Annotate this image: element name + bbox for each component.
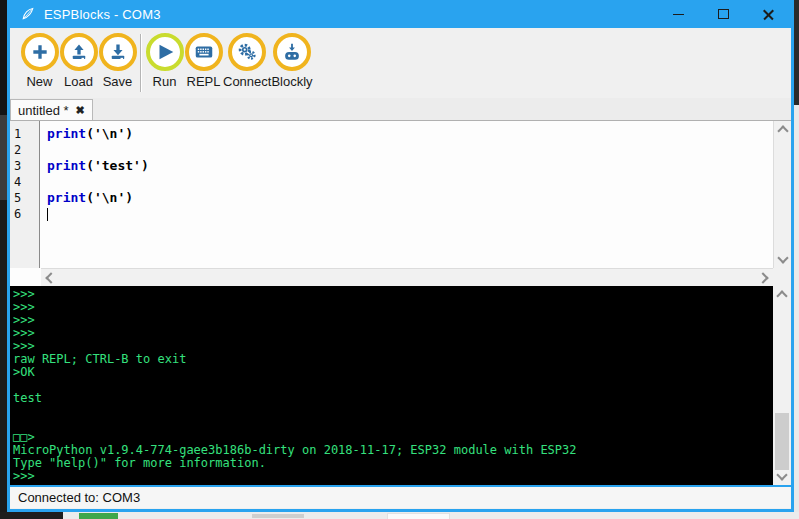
terminal-line: raw REPL; CTRL-B to exit [13,353,771,366]
terminal-line [13,379,771,392]
minimize-button[interactable] [656,0,701,28]
tab-close-icon[interactable]: ✖ [76,105,85,116]
feather-icon [20,5,36,23]
terminal-output: >>>>>>>>>>>>>>>raw REPL; CTRL-B to exit>… [13,288,771,483]
play-icon [146,33,184,71]
code-segment-keyword: print [47,158,86,173]
connect-label: Connect [223,74,271,89]
save-label: Save [103,74,133,89]
line-number: 3 [10,158,39,174]
run-button[interactable]: Run [145,28,184,89]
background-window-right [794,0,799,105]
window-controls [656,0,791,28]
background-text-fragment [252,514,304,518]
code-line[interactable]: print('\n') [47,190,773,206]
code-line[interactable] [47,142,773,158]
editor-horizontal-scrollbar[interactable] [41,268,773,286]
device-icon [273,33,311,71]
code-area[interactable]: print('\n')print('test')print('\n') [41,121,773,268]
code-line[interactable]: print('\n') [47,126,773,142]
terminal-line: >>> [13,314,771,327]
repl-button[interactable]: REPL [184,28,223,89]
terminal-scrollbar[interactable] [773,286,791,485]
text-cursor [47,208,48,221]
background-green-fragment [79,513,118,519]
scrollbar-thumb[interactable] [775,413,789,470]
load-button[interactable]: Load [59,28,98,89]
tab-label: untitled * [18,103,69,118]
window-title: ESPBlocks - COM3 [44,7,161,22]
repl-label: REPL [187,74,221,89]
blockly-label: Blockly [271,74,312,89]
terminal-line [13,418,771,431]
code-segment-plain: ('test') [86,158,149,173]
scroll-down-icon[interactable] [776,469,787,480]
line-number-gutter: 123456 [10,121,40,268]
code-segment-keyword: print [47,190,86,205]
terminal-line: Type "help()" for more information. [13,457,771,470]
line-number: 6 [10,206,39,222]
code-line[interactable] [47,206,773,222]
toolbar: NewLoadSaveRunREPLConnectBlockly [10,28,791,98]
maximize-icon [718,9,729,19]
code-segment-keyword: print [47,126,86,141]
scroll-right-icon[interactable] [757,272,768,283]
terminal-line: >>> [13,301,771,314]
plus-icon [21,33,59,71]
save-button[interactable]: Save [98,28,137,89]
maximize-button[interactable] [701,0,746,28]
code-line[interactable]: print('test') [47,158,773,174]
connection-status: Connected to: COM3 [18,490,140,505]
connect-button[interactable]: Connect [223,28,271,89]
status-bar: Connected to: COM3 [10,485,791,508]
app-window: ESPBlocks - COM3 NewLoadSaveRunREPLConne… [7,0,794,512]
editor-vertical-scrollbar[interactable] [773,121,791,268]
terminal-line: >>> [13,470,771,483]
tab-bar: untitled * ✖ [10,98,791,120]
scroll-up-icon[interactable] [776,290,787,301]
close-icon [762,8,775,21]
scroll-up-icon[interactable] [777,125,788,136]
background-pill-fragment [387,513,450,519]
blockly-button[interactable]: Blockly [271,28,312,89]
close-button[interactable] [746,0,791,28]
minimize-icon [673,14,684,15]
scrollbar-corner [773,268,791,286]
line-number: 1 [10,126,39,142]
line-number: 2 [10,142,39,158]
gears-icon [228,33,266,71]
scroll-left-icon[interactable] [45,272,56,283]
code-segment-plain: ('\n') [86,126,133,141]
code-segment-plain: ('\n') [86,190,133,205]
keyboard-icon [185,33,223,71]
line-number: 5 [10,190,39,206]
terminal-line [13,405,771,418]
background-window-bottom-dark [0,512,63,519]
run-label: Run [153,74,177,89]
code-editor[interactable]: 123456 print('\n')print('test')print('\n… [10,120,791,286]
terminal-line: test [13,392,771,405]
repl-terminal[interactable]: >>>>>>>>>>>>>>>raw REPL; CTRL-B to exit>… [10,286,791,485]
terminal-line: >>> [13,327,771,340]
load-label: Load [64,74,93,89]
toolbar-separator [140,34,142,92]
line-number: 4 [10,174,39,190]
background-window-left [0,0,7,512]
new-label: New [26,74,52,89]
upload-icon [60,33,98,71]
tab-untitled[interactable]: untitled * ✖ [10,99,93,120]
new-button[interactable]: New [20,28,59,89]
download-icon [99,33,137,71]
terminal-line: >>> [13,288,771,301]
scroll-down-icon[interactable] [777,252,788,263]
code-line[interactable] [47,174,773,190]
terminal-line: >OK [13,366,771,379]
titlebar[interactable]: ESPBlocks - COM3 [10,0,791,28]
